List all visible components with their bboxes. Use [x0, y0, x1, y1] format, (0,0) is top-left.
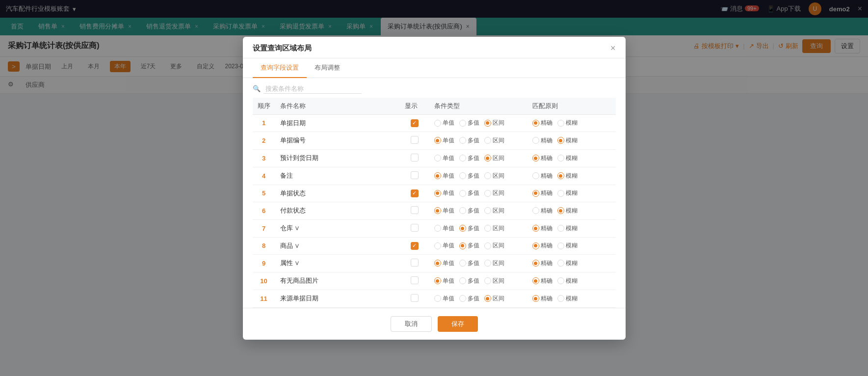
modal-tab-layout[interactable]: 布局调整	[307, 58, 348, 78]
modal-search-area: 🔍	[243, 78, 626, 94]
modal-title: 设置查询区域布局	[253, 44, 312, 53]
modal-tabs: 查询字段设置 布局调整	[243, 58, 626, 78]
modal-tab-query-fields[interactable]: 查询字段设置	[253, 58, 307, 78]
settings-modal: 设置查询区域布局 × 查询字段设置 布局调整 🔍 顺序 条件名称	[243, 37, 626, 94]
modal-overlay: 设置查询区域布局 × 查询字段设置 布局调整 🔍 顺序 条件名称	[0, 0, 868, 94]
modal-tab-layout-label: 布局调整	[315, 64, 340, 71]
modal-tab-query-fields-label: 查询字段设置	[261, 64, 299, 71]
modal-header: 设置查询区域布局 ×	[243, 37, 626, 58]
search-icon: 🔍	[253, 85, 261, 92]
modal-close-button[interactable]: ×	[610, 44, 616, 53]
search-input[interactable]	[263, 84, 362, 94]
